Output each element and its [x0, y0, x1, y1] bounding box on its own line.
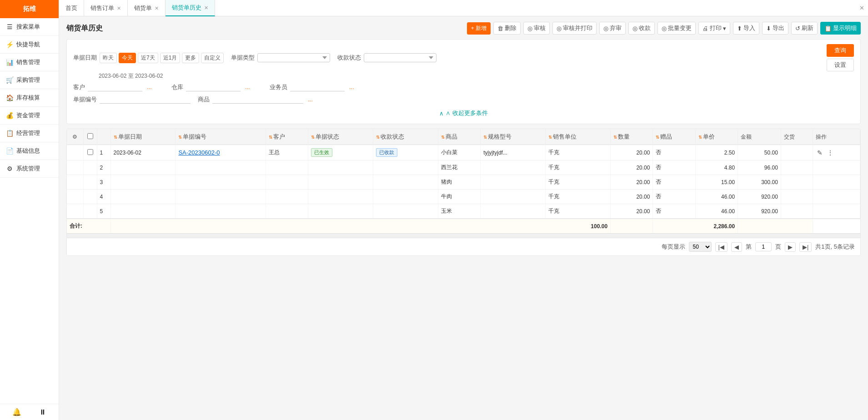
notification-icon[interactable]: 🔔: [12, 408, 21, 416]
chart-icon: 📊: [5, 59, 14, 66]
doc-type-select[interactable]: [257, 53, 330, 62]
audit-icon: ◎: [527, 25, 532, 32]
import-button[interactable]: ⬆ 导入: [733, 22, 759, 35]
tab-delivery-history-close[interactable]: ✕: [204, 0, 208, 16]
next-page-btn[interactable]: ▶: [785, 242, 796, 252]
horizontal-scrollbar[interactable]: [67, 233, 860, 238]
table-checkbox-header[interactable]: [83, 129, 97, 145]
audit-print-button[interactable]: ◎ 审核并打印: [552, 22, 597, 35]
doc-no-input[interactable]: [100, 95, 191, 104]
table-spec-header[interactable]: ⇅规格型号: [481, 129, 546, 145]
tab-close-all[interactable]: ✕: [859, 5, 868, 11]
doc-type-label: 单据类型: [231, 54, 255, 62]
edit-action-btn[interactable]: ✎: [816, 149, 824, 156]
date-more-btn[interactable]: 更多: [182, 53, 199, 63]
set-button[interactable]: 设置: [827, 59, 854, 71]
export-button[interactable]: ⬇ 导出: [762, 22, 788, 35]
table-action-header: 操作: [813, 129, 860, 145]
table-transaction-header: 交货: [781, 129, 813, 145]
date-1month-btn[interactable]: 近1月: [160, 53, 181, 63]
sidebar-item-system-mgmt[interactable]: ⚙ 系统管理: [0, 160, 59, 178]
show-detail-button[interactable]: 📋 显示明细: [820, 22, 861, 35]
cell-transaction: [781, 175, 813, 190]
collapse-icon: ∧: [439, 110, 444, 117]
page-number-input[interactable]: [755, 242, 772, 251]
sidebar-item-sales-mgmt[interactable]: 📊 销售管理: [0, 54, 59, 71]
doc-icon: 📄: [5, 147, 14, 155]
salesperson-input[interactable]: [290, 83, 345, 91]
tab-sales-order[interactable]: 销售订单 ✕: [84, 0, 128, 16]
date-yesterday-btn[interactable]: 昨天: [100, 53, 117, 63]
tab-sales-order-close[interactable]: ✕: [117, 0, 121, 16]
lightning-icon: ⚡: [5, 41, 14, 48]
sidebar-item-finance[interactable]: 💰 资金管理: [0, 107, 59, 125]
table-docno-header[interactable]: ⇅单据编号: [176, 129, 266, 145]
table-customer-header[interactable]: ⇅客户: [266, 129, 308, 145]
audit-button[interactable]: ◎ 审核: [523, 22, 550, 35]
table-amount-header: 金额: [738, 129, 781, 145]
sidebar-item-inventory[interactable]: 🏠 库存核算: [0, 89, 59, 107]
table-unit-header[interactable]: ⇅销售单位: [546, 129, 611, 145]
pause-icon[interactable]: ⏸: [39, 408, 46, 416]
warehouse-label: 仓库: [171, 83, 183, 91]
cell-qty: 20.00: [611, 175, 653, 190]
batch-change-button[interactable]: ◎ 批量变更: [657, 22, 696, 35]
print-button[interactable]: 🖨 打印 ▾: [698, 22, 730, 35]
cell-checkbox[interactable]: [83, 204, 97, 219]
tab-delivery-close[interactable]: ✕: [155, 0, 159, 16]
table-gear-header[interactable]: ⚙: [67, 129, 83, 145]
customer-input[interactable]: [88, 83, 142, 91]
delete-button[interactable]: 🗑 删除: [493, 22, 521, 35]
cell-checkbox[interactable]: [83, 160, 97, 175]
table-qty-header[interactable]: ⇅数量: [611, 129, 653, 145]
doc-no-link[interactable]: SA-20230602-0: [178, 149, 220, 156]
cell-amount: 50.00: [738, 145, 781, 160]
sidebar: 拓维 ☰ 搜索菜单 ⚡ 快捷导航 📊 销售管理 🛒 采购管理 🏠 库存核算 💰 …: [0, 0, 59, 420]
row-checkbox[interactable]: [87, 149, 93, 155]
filter-payment-status: 收款状态: [337, 53, 437, 62]
date-today-btn[interactable]: 今天: [119, 53, 136, 63]
more-action-btn[interactable]: ⋮: [826, 149, 835, 156]
customer-ellipsis-btn[interactable]: ...: [145, 84, 154, 90]
product-ellipsis-btn[interactable]: ...: [306, 96, 315, 103]
first-page-btn[interactable]: |◀: [715, 242, 728, 252]
table-product-header[interactable]: ⇅商品: [438, 129, 480, 145]
sidebar-item-search-menu[interactable]: ☰ 搜索菜单: [0, 18, 59, 36]
last-page-btn[interactable]: ▶|: [799, 242, 812, 252]
cell-checkbox[interactable]: [83, 145, 97, 160]
search-icon: ☰: [5, 23, 14, 30]
sidebar-item-label: 销售管理: [16, 58, 40, 66]
tab-delivery[interactable]: 销货单 ✕: [128, 0, 166, 16]
salesperson-ellipsis-btn[interactable]: ...: [347, 84, 356, 90]
warehouse-input[interactable]: [186, 83, 241, 91]
table-unitprice-header[interactable]: ⇅单价: [695, 129, 738, 145]
product-input[interactable]: [212, 95, 303, 104]
sidebar-item-purchase-mgmt[interactable]: 🛒 采购管理: [0, 71, 59, 89]
add-button[interactable]: + 新增: [467, 22, 491, 35]
table-row: 3 猪肉 千克 20.00 否 15.00 300.00: [67, 175, 860, 190]
table-docstatus-header[interactable]: ⇅单据状态: [308, 129, 373, 145]
tab-home[interactable]: 首页: [59, 0, 84, 16]
cell-checkbox[interactable]: [83, 190, 97, 204]
query-button[interactable]: 查询: [827, 44, 854, 57]
table-date-header[interactable]: ⇅单据日期: [110, 129, 176, 145]
warehouse-ellipsis-btn[interactable]: ...: [243, 84, 252, 90]
prev-page-btn[interactable]: ◀: [731, 242, 742, 252]
collapse-conditions-btn[interactable]: ∧ ∧ 收起更多条件: [73, 107, 854, 119]
per-page-select[interactable]: 50 100: [689, 242, 712, 252]
date-custom-btn[interactable]: 自定义: [201, 53, 224, 63]
tab-delivery-history[interactable]: 销货单历史 ✕: [166, 0, 215, 16]
sidebar-item-operations[interactable]: 📋 经营管理: [0, 125, 59, 142]
cell-checkbox[interactable]: [83, 175, 97, 190]
refresh-button[interactable]: ↺ 刷新: [791, 22, 818, 35]
date-7days-btn[interactable]: 近7天: [138, 53, 158, 63]
sidebar-item-basic-info[interactable]: 📄 基础信息: [0, 142, 59, 160]
table-paystatus-header[interactable]: ⇅收款状态: [373, 129, 438, 145]
select-all-checkbox[interactable]: [87, 133, 93, 139]
table-gift-header[interactable]: ⇅赠品: [653, 129, 695, 145]
sidebar-item-quick-nav[interactable]: ⚡ 快捷导航: [0, 36, 59, 54]
collect-button[interactable]: ◎ 收款: [628, 22, 655, 35]
payment-status-select[interactable]: [364, 53, 437, 62]
abandon-button[interactable]: ◎ 弃审: [599, 22, 626, 35]
filter-customer: 客户 ...: [73, 83, 164, 91]
